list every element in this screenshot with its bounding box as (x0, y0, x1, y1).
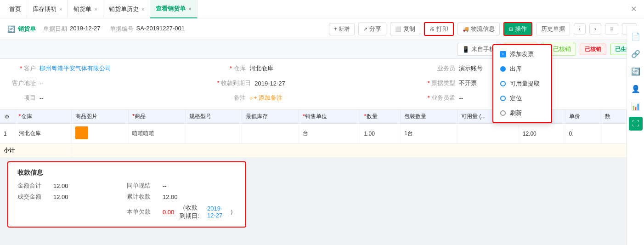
prev-button[interactable]: ‹ (574, 23, 586, 34)
same-order-label: 同单现结 (127, 182, 159, 190)
add-remark-button[interactable]: + + 添加备注 (249, 94, 427, 102)
history-button[interactable]: 历史单据 (536, 23, 570, 35)
view-toggle-1[interactable]: ≡ (605, 23, 618, 34)
owed-row: 本单欠款 0.00 （收款到期日: 2019-12-27 ） (127, 204, 236, 220)
ticket-type-label: 票据类型 (427, 79, 459, 87)
warehouse-row: 仓库 河北仓库 (217, 64, 427, 73)
locate-label: 定位 (510, 94, 522, 103)
locate-icon (500, 95, 506, 102)
row-pkg: 1台 (401, 124, 458, 144)
table-row: 1 河北仓库 嘻嘻嘻嘻 台 1.00 1台 12.00 0. (0, 124, 627, 144)
product-image (75, 126, 88, 139)
add-invoice-label: 添加发票 (510, 50, 534, 58)
tab-close-view[interactable]: × (188, 6, 191, 11)
add-invoice-item[interactable]: + 添加发票 (493, 47, 551, 62)
deal-amount-value: 12.00 (53, 194, 68, 200)
row-qty: 1.00 (360, 124, 401, 144)
payment-info-grid: 金额合计 12.00 同单现结 -- 成交金额 12.00 累计收款 12.00… (17, 182, 236, 220)
tab-home[interactable]: 首页 (4, 0, 27, 18)
row-avail (457, 124, 519, 144)
cumulative-label: 累计收款 (127, 193, 159, 201)
row-min-stock (242, 124, 299, 144)
ship-out-item[interactable]: 出库 (493, 62, 551, 76)
refresh-item[interactable]: 刷新 (493, 106, 551, 120)
sold-badge: 已核销 (580, 44, 606, 55)
window-close-area: ✕ (627, 3, 640, 15)
row-no: 1 (0, 124, 15, 144)
owed-extra: （收款到期日: (180, 204, 203, 220)
tab-view-sales[interactable]: 查看销货单 × (150, 0, 197, 18)
warehouse-label: 仓库 (217, 64, 249, 73)
sidebar-expand-icon[interactable]: ⛶ (629, 117, 643, 131)
row-spec (185, 124, 242, 144)
remark-label: 备注 (217, 94, 249, 102)
locate-item[interactable]: 定位 (493, 91, 551, 106)
owed-date: 2019-12-27 (207, 205, 226, 219)
owed-label: 本单欠款 (127, 208, 159, 216)
sidebar-doc-icon[interactable]: 📄 (629, 29, 643, 43)
tab-close-history[interactable]: × (141, 6, 144, 12)
warehouse-value: 河北仓库 (249, 64, 427, 73)
right-sidebar: 📄 🔗 🔄 👤 📊 ⛶ (627, 26, 644, 245)
address-label: 客户地址 (7, 79, 40, 87)
owed-value: 0.00 (163, 209, 174, 216)
total-amount-row: 金额合计 12.00 (17, 182, 127, 190)
empty-row (17, 204, 127, 220)
due-date-value: 2019-12-27 (254, 80, 427, 87)
col-product: *商品 (128, 110, 185, 124)
sidebar-sync-icon[interactable]: 🔄 (629, 64, 643, 78)
total-amount-value: 12.00 (53, 182, 68, 189)
doc-type-label: 🔄 销货单 (7, 25, 36, 33)
sidebar-chart-icon[interactable]: 📊 (629, 99, 643, 113)
project-label: 项目 (7, 94, 40, 102)
payment-info-title: 收款信息 (17, 169, 236, 177)
operations-button[interactable]: ⊞ 操作 (503, 22, 532, 36)
phone-icon: 📱 (462, 46, 469, 53)
tab-inventory[interactable]: 库存期初 × (27, 0, 68, 18)
logistics-button[interactable]: 🚚 物流信息 (458, 23, 500, 35)
tab-sales-history[interactable]: 销货单历史 × (103, 0, 150, 18)
same-order-value: -- (163, 182, 167, 189)
col-min-stock: 最低库存 (242, 110, 299, 124)
copy-icon: ⬜ (395, 26, 401, 32)
print-icon: 🖨 (429, 26, 435, 32)
doc-number-item: 单据编号 SA-20191227-001 (110, 25, 185, 33)
avail-extract-item[interactable]: 可用量提取 (493, 76, 551, 91)
col-unit: *销售单位 (299, 110, 360, 124)
subtotal-label: 小计 (0, 144, 72, 158)
truck-icon: 🚚 (463, 26, 469, 32)
add-button[interactable]: + 新增 (329, 23, 355, 35)
share-icon: ↗ (363, 26, 367, 32)
copy-button[interactable]: ⬜ 复制 (390, 23, 420, 35)
tab-close-inventory[interactable]: × (59, 6, 62, 12)
subtotal-row: 小计 (0, 144, 627, 158)
customer-value[interactable]: 柳州粤港平安气体有限公司 (40, 64, 217, 73)
col-settings[interactable]: ⚙ (0, 110, 15, 124)
customer-row: 客户 柳州粤港平安气体有限公司 (7, 64, 217, 73)
tab-close-sales[interactable]: × (94, 6, 97, 12)
tab-sales[interactable]: 销货单 × (68, 0, 103, 18)
deal-amount-label: 成交金额 (17, 193, 50, 201)
share-button[interactable]: ↗ 分享 (358, 23, 386, 35)
total-amount-label: 金额合计 (17, 182, 50, 190)
print-button[interactable]: 🖨 打印 (424, 22, 454, 36)
due-date-label: 收款到期日 (217, 79, 255, 87)
due-date-row: 收款到期日 2019-12-27 (217, 79, 427, 87)
operations-dropdown: + 添加发票 出库 可用量提取 定位 刷新 (492, 44, 552, 123)
address-value: -- (40, 80, 217, 87)
doc-date-item: 单据日期 2019-12-27 (43, 25, 101, 33)
sidebar-user-icon[interactable]: 👤 (629, 82, 643, 96)
owed-paren: ） (230, 208, 236, 216)
row-extra (601, 124, 626, 144)
doc-actions: + 新增 ↗ 分享 ⬜ 复制 🖨 打印 🚚 物流信息 ⊞ 操作 历 (329, 22, 637, 36)
next-button[interactable]: › (589, 23, 601, 34)
staff-label: 业务员 (427, 64, 459, 73)
col-extra: 数 (601, 110, 626, 124)
ship-out-icon (500, 66, 506, 72)
project-row: 项目 -- (7, 94, 217, 102)
window-close-button[interactable]: ✕ (627, 3, 640, 15)
row-price: 0. (565, 124, 601, 144)
address-row: 客户地址 -- (7, 79, 217, 87)
sidebar-link-icon[interactable]: 🔗 (629, 47, 643, 61)
staff2-label: 业务员孟 (427, 94, 459, 102)
